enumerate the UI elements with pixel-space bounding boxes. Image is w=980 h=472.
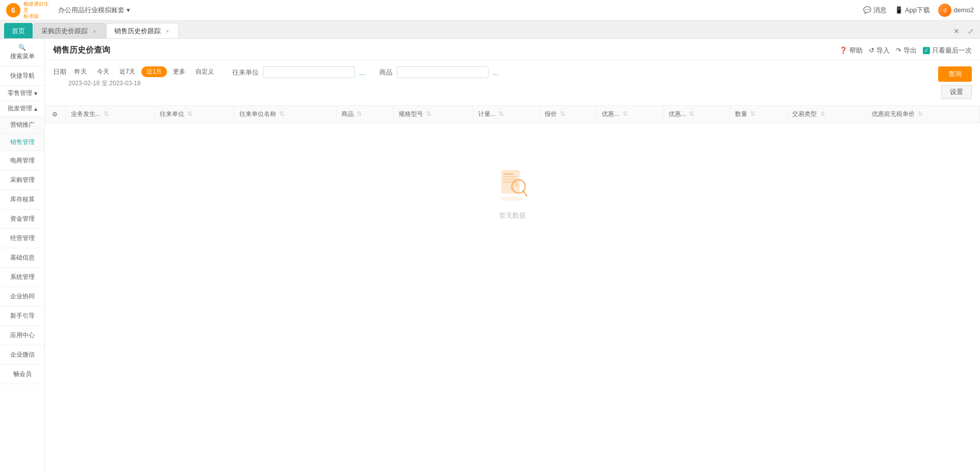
sort-icon-discount1: ⇅ xyxy=(623,110,628,117)
sidebar-item-retail-label: 零售管理 xyxy=(8,89,32,98)
date-1month[interactable]: 近1月 xyxy=(141,66,167,77)
sidebar-item-enterprise-collab[interactable]: 企业协同 xyxy=(0,287,44,306)
page-title: 销售历史价查询 xyxy=(53,45,110,56)
date-yesterday[interactable]: 昨天 xyxy=(70,66,91,77)
col-quantity[interactable]: 数量 ⇅ xyxy=(730,106,787,123)
partner-input[interactable] xyxy=(263,66,355,78)
col-spec[interactable]: 规格型号 ⇅ xyxy=(393,106,473,123)
svg-rect-2 xyxy=(503,173,513,175)
export-button[interactable]: ↷ 导出 xyxy=(896,46,917,55)
sidebar-item-system[interactable]: 系统管理 xyxy=(0,268,44,287)
sidebar-item-sales[interactable]: 销售管理 xyxy=(0,134,44,151)
settings-button[interactable]: 设置 xyxy=(941,85,972,99)
partner-dots-button[interactable]: ... xyxy=(359,68,365,77)
sidebar-item-app-center-label: 应用中心 xyxy=(10,331,35,340)
import-button[interactable]: ↺ 导入 xyxy=(869,46,890,55)
sidebar-item-wholesale[interactable]: 批发管理 ▴ xyxy=(0,101,44,116)
col-partner-code[interactable]: 往来单位 ⇅ xyxy=(154,106,234,123)
sidebar-item-vip[interactable]: 畅会员 xyxy=(0,365,44,384)
svg-point-0 xyxy=(501,196,524,201)
col-discount2[interactable]: 优惠... ⇅ xyxy=(663,106,729,123)
goods-filter-group: 商品 ... xyxy=(379,66,499,78)
sidebar-item-purchase[interactable]: 采购管理 xyxy=(0,171,44,190)
col-unit[interactable]: 计量... ⇅ xyxy=(473,106,539,123)
tab-close-all-button[interactable]: ✕ xyxy=(951,26,962,36)
col-pretax-price[interactable]: 优惠前无税单价 ⇅ xyxy=(867,106,980,123)
download-button[interactable]: 📱 App下载 xyxy=(895,6,930,15)
col-trade-type[interactable]: 交易类型 ⇅ xyxy=(787,106,867,123)
col-partner-name[interactable]: 往来单位名称 ⇅ xyxy=(234,106,336,123)
tab-bar: 首页 采购历史价跟踪 × 销售历史价跟踪 × ✕ ⤢ xyxy=(0,20,980,39)
sidebar-item-marketing-label: 营销推广 xyxy=(10,121,35,128)
col-trade-type-label: 交易类型 xyxy=(792,110,817,117)
col-biz-date-label: 业务发生... xyxy=(71,110,101,117)
date-7days[interactable]: 近7天 xyxy=(115,66,139,77)
tab-purchase-history[interactable]: 采购历史价跟踪 × xyxy=(34,23,106,38)
query-section: 查询 设置 xyxy=(938,66,972,99)
sidebar-item-inventory[interactable]: 库存核算 xyxy=(0,190,44,209)
goods-filter-label: 商品 xyxy=(379,68,393,77)
col-quote[interactable]: 报价 ⇅ xyxy=(540,106,597,123)
top-bar-right: 💬 消息 📱 App下载 d demo2 xyxy=(863,4,974,17)
sidebar-item-marketing[interactable]: 营销推广 xyxy=(0,116,44,134)
chevron-up-icon-wholesale: ▴ xyxy=(34,105,37,112)
message-icon: 💬 xyxy=(863,6,871,14)
sidebar-item-ecommerce-label: 电商管理 xyxy=(10,156,35,165)
sort-icon-partner-name: ⇅ xyxy=(279,110,284,117)
only-last-checkbox[interactable]: ✓ 只看最后一次 xyxy=(923,46,972,55)
sidebar-item-retail[interactable]: 零售管理 ▾ xyxy=(0,86,44,101)
sort-icon-discount2: ⇅ xyxy=(689,110,694,117)
tab-purchase-history-close[interactable]: × xyxy=(91,28,98,35)
sidebar-item-shortcut[interactable]: 快捷导航 xyxy=(0,66,44,86)
empty-illustration xyxy=(492,164,533,205)
sidebar-item-finance[interactable]: 资金管理 xyxy=(0,209,44,229)
tab-sales-history-close[interactable]: × xyxy=(164,28,171,35)
partner-filter-group: 往来单位 ... xyxy=(232,66,365,78)
sidebar-item-operations[interactable]: 经营管理 xyxy=(0,229,44,248)
sidebar-item-enterprise-wechat[interactable]: 企业微信 xyxy=(0,345,44,365)
tab-purchase-history-label: 采购历史价跟踪 xyxy=(41,27,88,36)
page-actions: ❓ 帮助 ↺ 导入 ↷ 导出 ✓ 只看最后一次 xyxy=(839,46,972,55)
help-button[interactable]: ❓ 帮助 xyxy=(839,46,863,55)
sidebar-item-newbie[interactable]: 新手引导 xyxy=(0,306,44,326)
date-today[interactable]: 今天 xyxy=(93,66,113,77)
message-button[interactable]: 💬 消息 xyxy=(863,6,887,15)
col-goods[interactable]: 商品 ⇅ xyxy=(336,106,393,123)
export-icon: ↷ xyxy=(896,46,901,54)
sort-icon-pretax-price: ⇅ xyxy=(918,110,923,117)
tab-home[interactable]: 首页 xyxy=(4,23,33,38)
workspace-selector[interactable]: 办公用品行业模拟账套 ▾ xyxy=(55,5,133,16)
sidebar-item-wholesale-label: 批发管理 xyxy=(8,104,32,113)
sort-icon-unit: ⇅ xyxy=(499,110,504,117)
sidebar-item-basic[interactable]: 基础信息 xyxy=(0,248,44,268)
goods-input[interactable] xyxy=(397,66,488,78)
tab-sales-history[interactable]: 销售历史价跟踪 × xyxy=(107,23,179,38)
sidebar-item-ecommerce[interactable]: 电商管理 xyxy=(0,151,44,171)
query-button[interactable]: 查询 xyxy=(938,66,972,82)
sort-icon-partner-code: ⇅ xyxy=(187,110,192,117)
chevron-down-icon-retail: ▾ xyxy=(34,90,37,97)
sidebar-item-app-center[interactable]: 应用中心 xyxy=(0,326,44,345)
sidebar-item-system-label: 系统管理 xyxy=(10,273,35,281)
col-biz-date[interactable]: 业务发生... ⇅ xyxy=(65,106,154,123)
col-partner-code-label: 往来单位 xyxy=(160,110,184,117)
sidebar-item-basic-label: 基础信息 xyxy=(10,253,35,262)
col-unit-label: 计量... xyxy=(478,110,496,117)
date-more[interactable]: 更多 xyxy=(169,66,189,77)
tab-maximize-button[interactable]: ⤢ xyxy=(966,26,976,36)
page-header: 销售历史价查询 ❓ 帮助 ↺ 导入 ↷ 导出 ✓ xyxy=(45,39,980,60)
help-icon: ❓ xyxy=(839,46,847,54)
goods-dots-button[interactable]: ... xyxy=(493,68,499,77)
sort-icon-trade-type: ⇅ xyxy=(820,110,825,117)
col-gear[interactable]: ⚙ xyxy=(45,106,65,123)
sidebar-item-enterprise-wechat-label: 企业微信 xyxy=(10,350,35,359)
sidebar-item-search[interactable]: 🔍 搜索菜单 xyxy=(0,39,44,66)
content-area: 销售历史价查询 ❓ 帮助 ↺ 导入 ↷ 导出 ✓ xyxy=(45,39,980,472)
user-avatar: d xyxy=(938,4,951,17)
date-custom[interactable]: 自定义 xyxy=(191,66,218,77)
col-discount1[interactable]: 优惠... ⇅ xyxy=(597,106,663,123)
user-menu[interactable]: d demo2 xyxy=(938,4,974,17)
workspace-name: 办公用品行业模拟账套 xyxy=(58,6,125,15)
col-quantity-label: 数量 xyxy=(735,110,747,117)
top-bar: 6 畅捷通好生意 标准版 办公用品行业模拟账套 ▾ 💬 消息 📱 App下载 d… xyxy=(0,0,980,20)
